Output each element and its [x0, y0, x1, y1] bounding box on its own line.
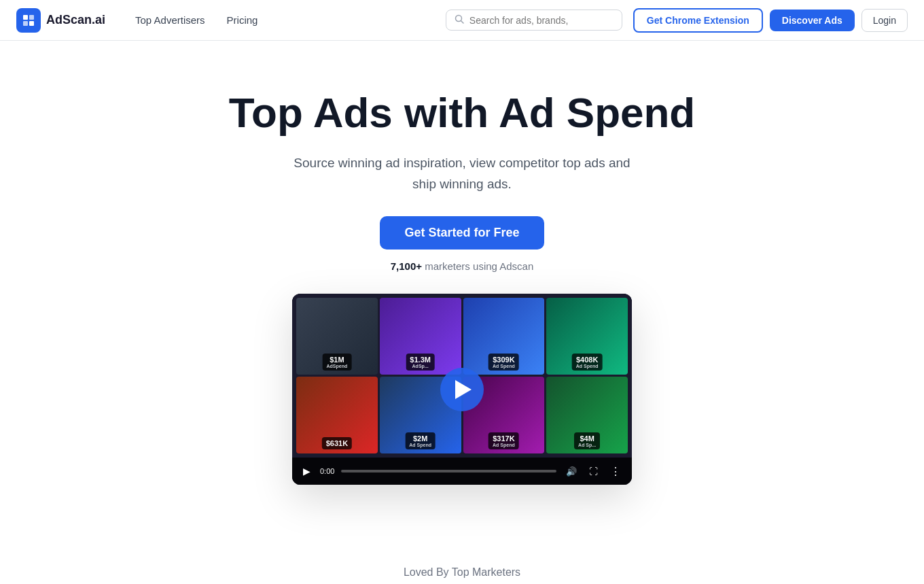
navbar-links: Top Advertisers Pricing [127, 10, 446, 30]
logo-link[interactable]: AdScan.ai [16, 8, 105, 33]
ad-card: $1.3MAdSp... [380, 298, 461, 375]
logos-section: Loved By Top Marketers PhotoRoom Kilo.He… [0, 553, 924, 584]
search-bar [446, 10, 622, 31]
svg-line-5 [461, 21, 463, 24]
ad-card: $631K [296, 377, 378, 453]
video-time: 0:00 [320, 467, 334, 475]
get-started-button[interactable]: Get Started for Free [380, 216, 544, 250]
volume-button[interactable]: 🔊 [563, 465, 580, 478]
ad-card: $408KAd Spend [546, 298, 628, 375]
logos-title: Loved By Top Marketers [16, 566, 908, 579]
search-input[interactable] [469, 15, 614, 26]
discover-ads-button[interactable]: Discover Ads [770, 10, 855, 31]
ad-card: $4MAd Sp... [546, 377, 628, 453]
get-chrome-extension-button[interactable]: Get Chrome Extension [633, 8, 763, 33]
more-options-button[interactable]: ⋮ [607, 464, 624, 479]
svg-rect-3 [29, 21, 34, 26]
ad-card: $1MAdSpend [296, 298, 378, 375]
video-controls: ▶ 0:00 🔊 ⛶ ⋮ [292, 458, 632, 485]
play-button[interactable] [440, 368, 484, 411]
play-pause-button[interactable]: ▶ [300, 464, 313, 478]
navbar-actions: Get Chrome Extension Discover Ads Login [633, 8, 908, 33]
play-icon [455, 380, 472, 399]
fullscreen-button[interactable]: ⛶ [586, 465, 601, 478]
social-proof-text: marketers using Adscan [425, 260, 533, 272]
hero-subtitle: Source winning ad inspiration, view comp… [285, 153, 639, 194]
progress-bar[interactable] [341, 470, 556, 473]
login-button[interactable]: Login [861, 9, 908, 32]
nav-pricing[interactable]: Pricing [219, 10, 266, 30]
hero-section: Top Ads with Ad Spend Source winning ad … [0, 41, 924, 553]
social-proof: 7,100+ marketers using Adscan [16, 260, 908, 272]
nav-top-advertisers[interactable]: Top Advertisers [127, 10, 213, 30]
social-proof-count: 7,100+ [391, 260, 422, 272]
svg-rect-0 [23, 15, 28, 20]
search-icon [455, 14, 464, 26]
svg-rect-2 [23, 21, 28, 26]
navbar: AdScan.ai Top Advertisers Pricing Get Ch… [0, 0, 924, 41]
hero-title: Top Ads with Ad Spend [224, 88, 700, 137]
logo-text: AdScan.ai [46, 13, 105, 27]
svg-rect-1 [29, 15, 34, 20]
logo-icon [16, 8, 41, 33]
ad-card: $309KAd Spend [463, 298, 545, 375]
video-player: $1MAdSpend $1.3MAdSp... $309KAd Spend $4… [292, 294, 632, 485]
video-background: $1MAdSpend $1.3MAdSp... $309KAd Spend $4… [292, 294, 632, 485]
